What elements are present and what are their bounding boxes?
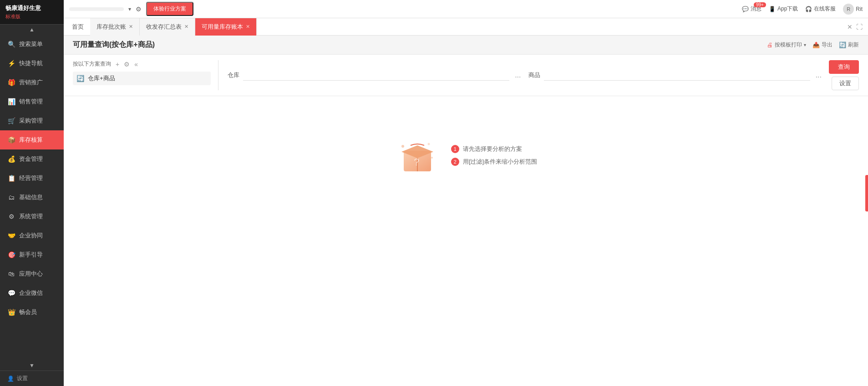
filter-title-text: 按以下方案查询 bbox=[73, 60, 111, 68]
warehouse-input[interactable] bbox=[243, 70, 509, 81]
sidebar-label-newbie: 新手引导 bbox=[19, 251, 43, 259]
sidebar-item-finance[interactable]: 💰 资金管理 bbox=[0, 149, 64, 169]
tab-close-all-btn[interactable]: ✕ bbox=[847, 23, 853, 31]
sidebar-label-purchase: 采购管理 bbox=[19, 117, 43, 125]
svg-point-5 bbox=[427, 143, 430, 145]
refresh-icon: 🔄 bbox=[839, 41, 846, 48]
refresh-label: 刷新 bbox=[848, 41, 859, 49]
search-box[interactable] bbox=[69, 7, 124, 11]
filter-title-actions: + ⚙ « bbox=[115, 61, 139, 68]
sidebar-item-vip[interactable]: 👑 畅会员 bbox=[0, 303, 64, 322]
sidebar-item-wechat[interactable]: 💬 企业微信 bbox=[0, 283, 64, 303]
tab-summary[interactable]: 收发存汇总表 ✕ bbox=[140, 18, 195, 36]
sidebar-label-marketing: 营销推广 bbox=[19, 78, 43, 87]
sidebar-label-finance: 资金管理 bbox=[19, 155, 43, 163]
shortcut-nav-icon: ⚡ bbox=[7, 60, 15, 67]
sidebar-item-newbie[interactable]: 🎯 新手引导 bbox=[0, 245, 64, 264]
sidebar-item-app-center[interactable]: 🛍 应用中心 bbox=[0, 264, 64, 283]
tab-available-label: 可用量库存账本 bbox=[202, 23, 243, 31]
empty-tip-1: 1 请先选择要分析的方案 bbox=[451, 145, 537, 153]
tab-available-close[interactable]: ✕ bbox=[246, 24, 250, 30]
goods-dots[interactable]: ... bbox=[816, 71, 822, 79]
sidebar-scroll-up[interactable]: ▲ bbox=[0, 25, 64, 35]
svg-point-3 bbox=[401, 145, 404, 148]
sidebar-label-search: 搜索菜单 bbox=[19, 40, 43, 48]
app-center-nav-icon: 🛍 bbox=[7, 270, 15, 278]
sidebar-item-marketing[interactable]: 🎁 营销推广 bbox=[0, 73, 64, 92]
marketing-nav-icon: 🎁 bbox=[7, 79, 15, 86]
print-dropdown-icon: ▾ bbox=[804, 42, 806, 47]
system-nav-icon: ⚙ bbox=[7, 213, 15, 220]
top-bar: ▾ ⚙ 体验行业方案 💬 消息 99+ 📱 App下载 🎧 在线客服 R Rit bbox=[64, 0, 868, 18]
page-header: 可用量查询(按仓库+商品) 🖨 按模板打印 ▾ 📤 导出 🔄 刷新 bbox=[64, 36, 868, 55]
gear-icon[interactable]: ⚙ bbox=[136, 5, 142, 13]
app-download-btn[interactable]: 📱 App下载 bbox=[769, 5, 798, 13]
sidebar-label-wechat: 企业微信 bbox=[19, 289, 43, 297]
sidebar-item-enterprise[interactable]: 🤝 企业协同 bbox=[0, 226, 64, 245]
filter-right: 仓库 ... 商品 ... 查询 设置 bbox=[218, 60, 859, 90]
filter-row-1: 仓库 ... 商品 ... 查询 设置 bbox=[228, 60, 859, 90]
filter-scheme-item[interactable]: 🔄 仓库+商品 bbox=[73, 72, 211, 85]
tab-home[interactable]: 首页 bbox=[66, 18, 90, 36]
vip-nav-icon: 👑 bbox=[7, 309, 15, 316]
user-menu[interactable]: R Rit bbox=[843, 4, 863, 15]
wechat-nav-icon: 💬 bbox=[7, 289, 15, 297]
message-btn[interactable]: 💬 消息 99+ bbox=[742, 5, 761, 13]
dropdown-icon[interactable]: ▾ bbox=[128, 6, 131, 12]
tip-text-2: 用[过滤]条件来缩小分析范围 bbox=[463, 158, 537, 166]
tip-number-1: 1 bbox=[451, 145, 459, 153]
query-btn[interactable]: 查询 bbox=[829, 60, 859, 74]
settings-btn[interactable]: 设置 bbox=[832, 77, 859, 90]
tab-available[interactable]: 可用量库存账本 ✕ bbox=[195, 18, 257, 36]
sidebar-item-inventory[interactable]: 📦 库存核算 bbox=[0, 130, 64, 149]
sidebar-item-operations[interactable]: 📋 经营管理 bbox=[0, 169, 64, 188]
warehouse-dots[interactable]: ... bbox=[515, 71, 521, 79]
right-edge-indicator bbox=[865, 175, 868, 211]
filter-collapse-btn[interactable]: « bbox=[133, 61, 139, 68]
online-service-btn[interactable]: 🎧 在线客服 bbox=[805, 5, 836, 13]
page-header-actions: 🖨 按模板打印 ▾ 📤 导出 🔄 刷新 bbox=[767, 41, 859, 49]
sidebar-item-system[interactable]: ⚙ 系统管理 bbox=[0, 207, 64, 226]
sidebar-item-shortcut[interactable]: ⚡ 快捷导航 bbox=[0, 54, 64, 73]
sidebar-item-sales[interactable]: 📊 销售管理 bbox=[0, 92, 64, 111]
sidebar-label-shortcut: 快捷导航 bbox=[19, 59, 43, 67]
export-icon: 📤 bbox=[812, 41, 820, 48]
tab-bar-end: ✕ ⛶ bbox=[842, 23, 868, 31]
sidebar-label-inventory: 库存核算 bbox=[19, 136, 43, 144]
refresh-btn[interactable]: 🔄 刷新 bbox=[839, 41, 859, 49]
print-btn[interactable]: 🖨 按模板打印 ▾ bbox=[767, 41, 806, 49]
empty-tips: 1 请先选择要分析的方案 2 用[过滤]条件来缩小分析范围 bbox=[451, 145, 537, 166]
industry-btn[interactable]: 体验行业方案 bbox=[146, 2, 193, 16]
avatar: R bbox=[843, 4, 854, 15]
filter-field-goods: 商品 ... bbox=[528, 70, 822, 81]
footer-label: 设置 bbox=[17, 375, 28, 382]
tab-expand-btn[interactable]: ⛶ bbox=[856, 23, 863, 31]
filter-add-btn[interactable]: + bbox=[115, 61, 120, 68]
tab-batch[interactable]: 库存批次账 ✕ bbox=[90, 18, 140, 36]
print-icon: 🖨 bbox=[767, 41, 773, 48]
scheme-label: 仓库+商品 bbox=[88, 74, 115, 82]
operations-nav-icon: 📋 bbox=[7, 175, 15, 182]
tab-batch-close[interactable]: ✕ bbox=[129, 24, 133, 30]
sidebar-item-purchase[interactable]: 🛒 采购管理 bbox=[0, 111, 64, 130]
sidebar-label-app-center: 应用中心 bbox=[19, 270, 43, 278]
sidebar-label-vip: 畅会员 bbox=[19, 308, 37, 316]
sidebar-item-basic-info[interactable]: 🗂 基础信息 bbox=[0, 188, 64, 207]
export-btn[interactable]: 📤 导出 bbox=[812, 41, 832, 49]
sidebar-footer[interactable]: 👤 设置 bbox=[0, 371, 64, 386]
sidebar-nav: 🔍 搜索菜单 ⚡ 快捷导航 🎁 营销推广 📊 销售管理 🛒 采购管理 📦 库存核… bbox=[0, 35, 64, 360]
filter-settings-btn[interactable]: ⚙ bbox=[123, 61, 131, 68]
filter-title: 按以下方案查询 + ⚙ « bbox=[73, 60, 211, 68]
company-name: 畅康通好生意 bbox=[5, 5, 58, 12]
goods-input[interactable] bbox=[544, 70, 810, 81]
tab-bar: 首页 库存批次账 ✕ 收发存汇总表 ✕ 可用量库存账本 ✕ ✕ ⛶ bbox=[64, 18, 868, 36]
service-label: 在线客服 bbox=[814, 5, 836, 13]
finance-nav-icon: 💰 bbox=[7, 155, 15, 163]
main-area: ▾ ⚙ 体验行业方案 💬 消息 99+ 📱 App下载 🎧 在线客服 R Rit bbox=[64, 0, 868, 386]
tab-summary-close[interactable]: ✕ bbox=[184, 24, 188, 30]
svg-text:?: ? bbox=[414, 156, 419, 168]
filter-action-buttons: 查询 设置 bbox=[829, 60, 859, 90]
filter-area: 按以下方案查询 + ⚙ « 🔄 仓库+商品 仓库 bbox=[64, 55, 868, 96]
sidebar-item-search[interactable]: 🔍 搜索菜单 bbox=[0, 35, 64, 54]
sidebar-scroll-down[interactable]: ▼ bbox=[0, 360, 64, 371]
